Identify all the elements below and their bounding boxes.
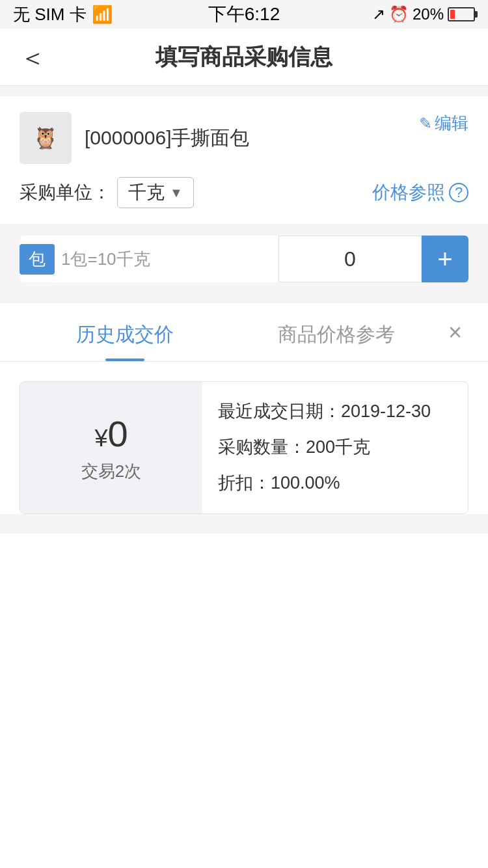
quantity-row: 包 1包=10千克 + <box>20 236 468 282</box>
page-title: 填写商品采购信息 <box>156 42 332 72</box>
currency-symbol: ¥ <box>94 425 107 452</box>
status-right: ↗ ⏰ 20% <box>372 5 475 23</box>
date-label: 最近成交日期： <box>218 401 341 421</box>
price-amount: 0 <box>107 413 128 455</box>
quantity-input[interactable] <box>278 236 422 282</box>
header: ＜ 填写商品采购信息 <box>0 29 488 86</box>
unit-conversion: 1包=10千克 <box>61 248 150 271</box>
product-thumbnail: 🦉 <box>20 112 72 164</box>
product-name: [0000006]手撕面包 <box>85 125 249 152</box>
qty-label: 采购数量： <box>218 437 306 457</box>
qty-value: 200千克 <box>306 437 370 457</box>
tab-product-label: 商品价格参考 <box>278 323 395 345</box>
product-card: 🦉 [0000006]手撕面包 ✎ 编辑 采购单位： 千克 ▼ 价格参照 ? <box>0 96 488 224</box>
transaction-date-row: 最近成交日期：2019-12-30 <box>218 398 452 426</box>
quantity-unit-info: 包 1包=10千克 <box>20 244 150 275</box>
date-value: 2019-12-30 <box>341 401 431 421</box>
price-card: ¥ 0 交易2次 最近成交日期：2019-12-30 采购数量：200千克 折扣… <box>20 381 468 514</box>
unit-dropdown-arrow: ▼ <box>170 185 183 200</box>
unit-selector[interactable]: 千克 ▼ <box>117 177 194 208</box>
unit-value: 千克 <box>128 180 165 205</box>
discount-value: 100.00% <box>271 473 340 493</box>
plus-icon: + <box>437 245 452 274</box>
discount-label: 折扣： <box>218 473 271 493</box>
battery-pct: 20% <box>413 5 444 23</box>
transaction-count: 交易2次 <box>81 460 141 483</box>
tab-close-button[interactable]: × <box>442 312 468 353</box>
edit-icon: ✎ <box>419 115 432 133</box>
quantity-section: 包 1包=10千克 + <box>0 225 488 293</box>
battery-icon <box>448 7 475 21</box>
unit-prefix-label: 采购单位： <box>20 180 111 205</box>
status-time: 下午6:12 <box>208 2 280 27</box>
edit-label: 编辑 <box>435 112 468 135</box>
quantity-controls: + <box>278 236 468 282</box>
status-left: 无 SIM 卡 📶 <box>13 3 113 26</box>
page-fill <box>0 534 488 868</box>
quantity-plus-button[interactable]: + <box>422 236 468 282</box>
price-summary-panel: ¥ 0 交易2次 <box>20 382 202 513</box>
edit-button[interactable]: ✎ 编辑 <box>419 112 468 135</box>
back-button[interactable]: ＜ <box>20 44 46 70</box>
tab-history-price[interactable]: 历史成交价 <box>20 303 230 361</box>
location-icon: ↗ <box>372 5 385 23</box>
wifi-icon: 📶 <box>92 5 113 25</box>
carrier-label: 无 SIM 卡 <box>13 3 87 26</box>
price-display: ¥ 0 <box>94 413 128 455</box>
tab-product-price-ref[interactable]: 商品价格参考 <box>230 303 441 361</box>
unit-row: 采购单位： 千克 ▼ 价格参照 ? <box>20 177 468 208</box>
tab-history-label: 历史成交价 <box>76 323 174 345</box>
purchase-qty-row: 采购数量：200千克 <box>218 433 452 461</box>
alarm-icon: ⏰ <box>389 5 409 23</box>
price-ref-button[interactable]: 价格参照 ? <box>372 180 468 205</box>
product-icon: 🦉 <box>33 126 59 150</box>
tab-panel: 历史成交价 商品价格参考 × ¥ 0 交易2次 最近成交日期：2019-12-3… <box>0 303 488 514</box>
status-bar: 无 SIM 卡 📶 下午6:12 ↗ ⏰ 20% <box>0 0 488 29</box>
price-ref-label: 价格参照 <box>372 180 445 205</box>
price-ref-icon: ? <box>449 183 468 202</box>
tab-header: 历史成交价 商品价格参考 × <box>0 303 488 362</box>
unit-badge: 包 <box>20 244 55 275</box>
product-info: 🦉 [0000006]手撕面包 <box>20 112 249 164</box>
price-details-panel: 最近成交日期：2019-12-30 采购数量：200千克 折扣：100.00% <box>202 382 468 513</box>
discount-row: 折扣：100.00% <box>218 469 452 497</box>
